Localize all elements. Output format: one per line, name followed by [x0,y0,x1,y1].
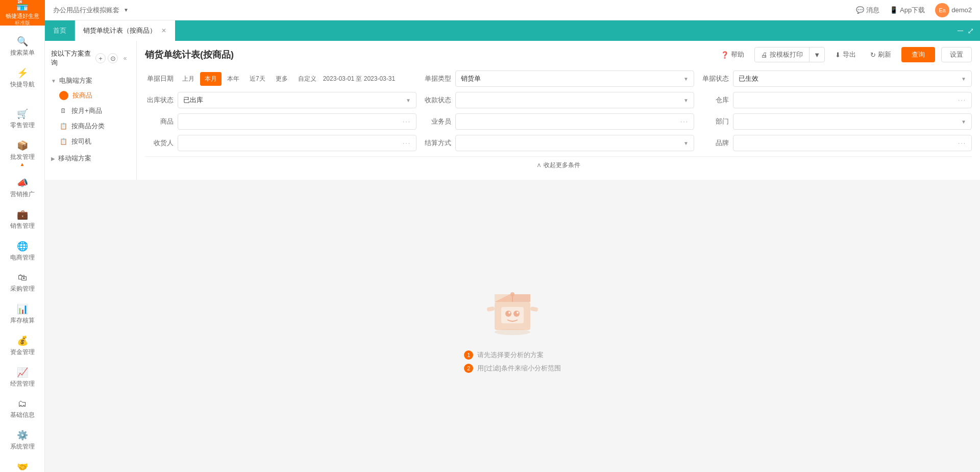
sidebar-item-operation[interactable]: 📈 经营管理 [0,362,44,393]
top-header: 办公用品行业模拟账套 ▼ 💬 消息 📱 App下载 Ea demo2 [45,0,980,20]
print-template-btn[interactable]: 🖨 按模板打印 [755,48,810,62]
search-menu-item[interactable]: 🔍 搜索菜单 [0,31,44,62]
sidebar-item-system[interactable]: ⚙️ 系统管理 [0,424,44,456]
scheme-item-by-product[interactable]: 按 按商品 [45,88,136,103]
scheme-settings-btn[interactable]: ⊙ [108,53,118,63]
date-filter-group: 上月 本月 本年 近7天 更多 自定义 2023-03-01 至 2023-03… [178,72,416,86]
payment-control[interactable]: ▼ [455,135,694,151]
warehouse-dots: ··· [958,97,966,104]
product-control[interactable]: ··· [178,113,416,130]
sidebar-search-section: 🔍 搜索菜单 ⚡ 快捷导航 [0,26,44,99]
warehouse-label: 仓库 [700,96,729,105]
app-logo[interactable]: 🏪 畅捷通好生意 标准版 [0,0,45,26]
help-label: 帮助 [731,50,744,59]
scheme-item-by-cashier[interactable]: 📋 按司机 [45,134,136,149]
search-icon: 🔍 [17,36,28,47]
print-dropdown-btn[interactable]: ▼ [810,49,824,61]
out-status-control[interactable]: 已出库 ▼ [178,92,416,108]
settings-btn[interactable]: 设置 [941,47,972,62]
scheme-add-btn[interactable]: + [95,53,106,63]
doc-status-value: 已生效 [739,74,758,83]
date-tab-custom[interactable]: 自定义 [293,72,321,86]
date-tab-last-month[interactable]: 上月 [178,72,199,86]
quick-nav-label: 快捷导航 [10,80,35,89]
payment-arrow: ▼ [683,140,689,146]
sidebar-item-finance[interactable]: 💰 资金管理 [0,330,44,362]
doc-status-control[interactable]: 已生效 ▼ [733,70,972,87]
scheme-item-by-month-product[interactable]: 🗓 按月+商品 [45,103,136,119]
query-btn[interactable]: 查询 [901,47,935,62]
date-label: 单据日期 [145,74,174,83]
date-range-text: 2023-03-01 至 2023-03-31 [323,75,395,83]
message-btn[interactable]: 💬 消息 [856,6,879,15]
finance-icon: 💰 [17,335,28,346]
export-btn[interactable]: ⬇ 导出 [831,48,860,61]
tab-sales-stats[interactable]: 销货单统计表（按商品） ✕ [75,20,175,41]
workspace-name: 办公用品行业模拟账套 [53,6,119,15]
sidebar-item-purchase[interactable]: 🛍 采购管理 [0,267,44,298]
tab-close-btn[interactable]: ✕ [161,27,166,34]
enterprise-icon: 🤝 [17,461,28,472]
scheme-group-mobile-header[interactable]: ▶ 移动端方案 [45,151,136,166]
page-title: 销货单统计表(按商品) [145,49,234,61]
sidebar-item-inventory[interactable]: 📊 库存核算 [0,298,44,330]
help-icon: ❓ [721,51,729,59]
date-tab-more[interactable]: 更多 [271,72,292,86]
print-label: 按模板打印 [770,50,803,59]
department-label: 部门 [700,117,729,126]
refresh-btn[interactable]: ↻ 刷新 [866,48,895,61]
group-mobile-label: 移动端方案 [58,154,91,163]
app-download-icon: 📱 [890,6,898,14]
user-profile-btn[interactable]: Ea demo2 [935,3,972,17]
scheme-group-desktop-header[interactable]: ▼ 电脑端方案 [45,74,136,88]
marketing-icon: 📣 [17,177,28,188]
filter-row-1: 单据日期 上月 本月 本年 近7天 更多 自定义 2023-03-01 至 20… [145,70,972,87]
app-download-btn[interactable]: 📱 App下载 [890,6,925,15]
query-label: 查询 [912,50,925,59]
tab-minimize-btn[interactable]: ─ [958,26,963,35]
salesman-label: 业务员 [423,117,451,126]
basic-icon: 🗂 [18,398,27,409]
sidebar-item-enterprise[interactable]: 🤝 企业协同 [0,456,44,472]
refresh-icon: ↻ [870,51,876,59]
doc-type-control[interactable]: 销货单 ▼ [455,70,694,87]
filter-payment: 结算方式 ▼ [423,135,694,151]
tab-expand-btn[interactable]: ⤢ [967,26,974,36]
sidebar-item-ecommerce[interactable]: 🌐 电商管理 [0,235,44,267]
quick-nav-icon: ⚡ [17,67,28,79]
sales-label: 销售管理 [10,222,35,230]
sidebar-item-sales[interactable]: 💼 销售管理 [0,204,44,235]
tip-1-num: 1 [464,350,473,360]
page-title-row: 销货单统计表(按商品) ❓ 帮助 🖨 按模板打印 ▼ [145,47,972,62]
consignee-control[interactable]: ··· [178,135,416,151]
warehouse-control[interactable]: ··· [733,92,972,108]
quick-nav-item[interactable]: ⚡ 快捷导航 [0,62,44,94]
scheme-group-desktop: ▼ 电脑端方案 按 按商品 🗓 按月+商品 📋 [45,73,136,150]
tab-home[interactable]: 首页 [45,20,75,41]
workspace-dropdown-icon[interactable]: ▼ [124,7,129,13]
scheme-item-by-category[interactable]: 📋 按商品分类 [45,119,136,134]
doc-status-arrow: ▼ [961,76,966,82]
tab-sales-stats-label: 销货单统计表（按商品） [83,26,156,35]
brand-control[interactable]: ··· [733,135,972,151]
system-label: 系统管理 [10,442,35,451]
tab-home-label: 首页 [53,26,66,35]
finance-label: 资金管理 [10,348,35,357]
sidebar-item-basic[interactable]: 🗂 基础信息 [0,393,44,424]
collapse-bar[interactable]: ∧ 收起更多条件 [145,156,972,174]
sidebar-item-retail[interactable]: 🛒 零售管理 [0,103,44,135]
filter-consignee: 收货人 ··· [145,135,416,151]
date-tab-this-year[interactable]: 本年 [223,72,244,86]
sidebar-item-wholesale[interactable]: 📦 批发管理 ▲ [0,135,44,172]
department-control[interactable]: ▼ [733,113,972,130]
sidebar-item-marketing[interactable]: 📣 营销推广 [0,172,44,204]
product-dots: ··· [403,118,411,125]
scheme-collapse-btn[interactable]: « [120,53,130,63]
filter-date: 单据日期 上月 本月 本年 近7天 更多 自定义 2023-03-01 至 20… [145,72,416,86]
receipt-status-control[interactable]: ▼ [455,92,694,108]
svg-rect-9 [530,306,538,312]
date-tab-this-month[interactable]: 本月 [200,72,222,86]
salesman-control[interactable]: ··· [455,113,694,130]
help-btn[interactable]: ❓ 帮助 [717,48,748,61]
date-tab-7days[interactable]: 近7天 [245,72,270,86]
